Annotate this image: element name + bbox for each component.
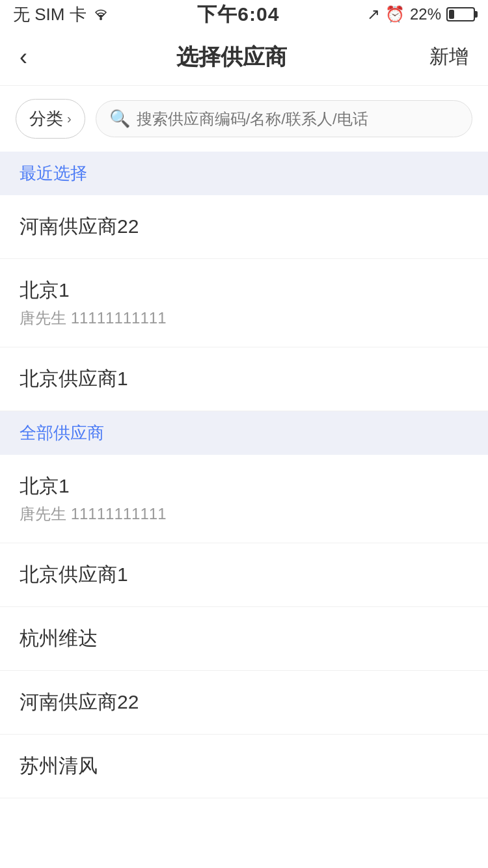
filter-bar: 分类 › 🔍 <box>0 86 488 152</box>
status-time: 下午6:04 <box>197 1 279 28</box>
category-label: 分类 <box>29 107 63 130</box>
list-item[interactable]: 苏州清风 <box>0 735 488 798</box>
all-section-label: 全部供应商 <box>20 423 104 442</box>
add-button[interactable]: 新增 <box>429 44 468 70</box>
chevron-right-icon: › <box>67 111 72 126</box>
list-item[interactable]: 北京1唐先生 11111111111 <box>0 455 488 543</box>
item-sub: 唐先生 11111111111 <box>20 504 468 524</box>
item-name: 北京供应商1 <box>20 562 468 588</box>
wifi-icon <box>92 5 110 25</box>
list-item[interactable]: 杭州维达 <box>0 607 488 671</box>
item-sub: 唐先生 11111111111 <box>20 308 468 329</box>
back-button[interactable]: ‹ <box>13 37 34 77</box>
page-title: 选择供应商 <box>176 42 287 72</box>
item-name: 北京1 <box>20 277 468 304</box>
item-name: 河南供应商22 <box>20 689 468 716</box>
item-name: 北京1 <box>20 473 468 500</box>
recent-section-label: 最近选择 <box>20 163 87 183</box>
list-item[interactable]: 北京1唐先生 11111111111 <box>0 259 488 347</box>
alarm-icon: ⏰ <box>385 5 405 23</box>
status-right: ↗ ⏰ 22% <box>367 5 475 23</box>
item-name: 河南供应商22 <box>20 213 468 240</box>
list-item[interactable]: 河南供应商22 <box>0 671 488 735</box>
list-item[interactable]: 北京供应商1 <box>0 347 488 411</box>
nav-bar: ‹ 选择供应商 新增 <box>0 29 488 86</box>
sim-status: 无 SIM 卡 <box>13 3 87 26</box>
recent-list: 河南供应商22北京1唐先生 11111111111北京供应商1 <box>0 195 488 411</box>
item-name: 杭州维达 <box>20 625 468 652</box>
list-item[interactable]: 北京供应商1 <box>0 543 488 607</box>
svg-point-0 <box>100 18 102 20</box>
item-name: 北京供应商1 <box>20 366 468 392</box>
location-icon: ↗ <box>367 5 380 23</box>
search-icon: 🔍 <box>109 109 130 129</box>
all-list: 北京1唐先生 11111111111北京供应商1杭州维达河南供应商22苏州清风 <box>0 455 488 798</box>
category-button[interactable]: 分类 › <box>16 99 85 139</box>
item-name: 苏州清风 <box>20 753 468 780</box>
recent-section-header: 最近选择 <box>0 152 488 195</box>
search-box[interactable]: 🔍 <box>96 100 472 137</box>
list-item[interactable]: 河南供应商22 <box>0 195 488 259</box>
status-left: 无 SIM 卡 <box>13 3 110 26</box>
battery-icon <box>446 7 475 21</box>
all-section-header: 全部供应商 <box>0 411 488 455</box>
status-bar: 无 SIM 卡 下午6:04 ↗ ⏰ 22% <box>0 0 488 29</box>
search-input[interactable] <box>137 110 459 128</box>
battery-percent: 22% <box>410 5 441 23</box>
